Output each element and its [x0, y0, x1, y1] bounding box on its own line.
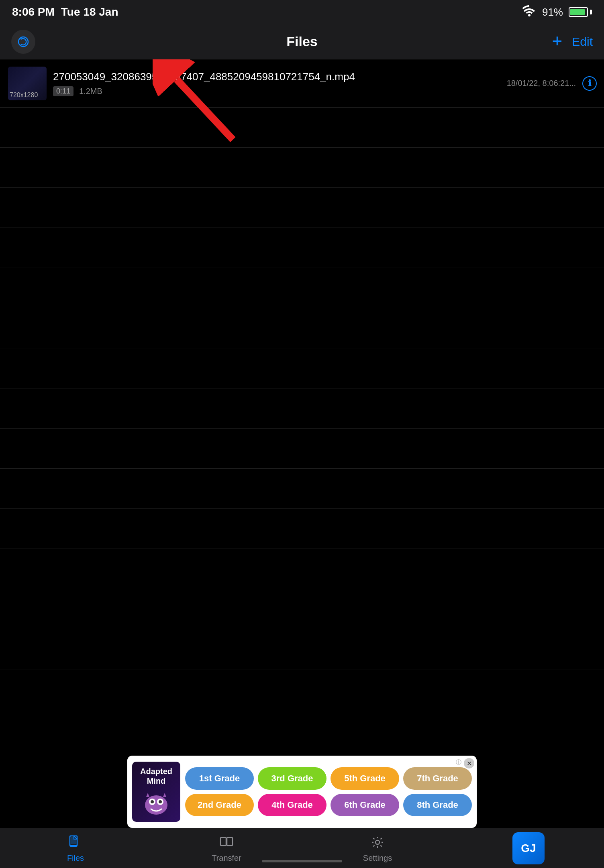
- empty-row: [0, 549, 604, 589]
- duration-badge: 0:11: [53, 86, 73, 96]
- ad-logo: Adapted Mind: [132, 762, 180, 822]
- svg-point-6: [151, 800, 154, 803]
- svg-rect-10: [220, 838, 226, 846]
- ad-brand-name: Adapted Mind: [135, 766, 177, 786]
- empty-row: [0, 108, 604, 148]
- empty-row: [0, 388, 604, 429]
- date-display: Tue 18 Jan: [61, 6, 118, 18]
- nav-bar: Files + Edit: [0, 24, 604, 59]
- tab-files[interactable]: Files: [0, 833, 151, 863]
- empty-row: [0, 629, 604, 669]
- file-date: 18/01/22, 8:06:21...: [507, 79, 576, 88]
- ad-grades-grid: 1st Grade 3rd Grade 5th Grade 7th Grade …: [185, 763, 472, 820]
- edit-button[interactable]: Edit: [572, 35, 593, 49]
- tab-files-label: Files: [67, 854, 84, 863]
- empty-row: [0, 469, 604, 509]
- file-item[interactable]: 720x1280 270053049_3208639552697407_4885…: [0, 59, 604, 108]
- file-thumbnail: 720x1280: [8, 67, 47, 100]
- svg-point-12: [375, 840, 380, 844]
- ad-close-button[interactable]: ✕: [464, 758, 474, 768]
- grade-8th-button[interactable]: 8th Grade: [403, 794, 472, 816]
- svg-point-3: [145, 795, 167, 815]
- empty-row: [0, 429, 604, 469]
- files-icon: [67, 833, 84, 851]
- grade-2nd-button[interactable]: 2nd Grade: [185, 794, 254, 816]
- settings-icon: [369, 833, 386, 851]
- ad-monster-icon: [142, 789, 170, 817]
- grade-5th-button[interactable]: 5th Grade: [331, 767, 399, 790]
- empty-row: [0, 589, 604, 629]
- empty-row: [0, 348, 604, 388]
- empty-row: [0, 188, 604, 228]
- file-info-button[interactable]: ℹ: [582, 75, 598, 91]
- add-button[interactable]: +: [552, 32, 563, 51]
- grade-7th-button[interactable]: 7th Grade: [403, 767, 472, 790]
- empty-row: [0, 509, 604, 549]
- empty-row: [0, 308, 604, 348]
- grade-3rd-button[interactable]: 3rd Grade: [258, 767, 326, 790]
- file-size: 1.2MB: [79, 87, 102, 96]
- tab-settings-label: Settings: [363, 854, 392, 863]
- svg-point-7: [159, 800, 162, 803]
- ad-banner: ⓘ ✕ Adapted Mind 1st Grade 3rd Grade 5th…: [127, 756, 477, 828]
- nav-actions: + Edit: [552, 32, 593, 51]
- grade-4th-button[interactable]: 4th Grade: [258, 794, 326, 816]
- file-list: 720x1280 270053049_3208639552697407_4885…: [0, 59, 604, 669]
- tab-settings[interactable]: Settings: [302, 833, 453, 863]
- svg-rect-11: [227, 838, 233, 846]
- refresh-button[interactable]: [11, 30, 35, 54]
- ad-info-icon[interactable]: ⓘ: [454, 758, 463, 767]
- page-title: Files: [286, 34, 317, 49]
- brand-logo: GJ: [453, 832, 604, 864]
- resolution-badge: 720x1280: [10, 91, 38, 99]
- grade-6th-button[interactable]: 6th Grade: [331, 794, 399, 816]
- battery-percent: 91%: [542, 6, 563, 18]
- tab-transfer[interactable]: Transfer: [151, 833, 302, 863]
- home-indicator: [262, 860, 342, 862]
- empty-row: [0, 228, 604, 268]
- tab-transfer-label: Transfer: [212, 854, 241, 863]
- wifi-icon: [522, 5, 537, 19]
- grade-1st-button[interactable]: 1st Grade: [185, 767, 254, 790]
- empty-row: [0, 268, 604, 308]
- time-display: 8:06 PM: [12, 6, 55, 18]
- info-circle-icon: ℹ: [582, 76, 597, 91]
- status-bar: 8:06 PM Tue 18 Jan 91%: [0, 0, 604, 24]
- transfer-icon: [218, 833, 235, 851]
- empty-row: [0, 148, 604, 188]
- battery-icon: [569, 7, 592, 17]
- brand-logo-icon: GJ: [512, 832, 545, 864]
